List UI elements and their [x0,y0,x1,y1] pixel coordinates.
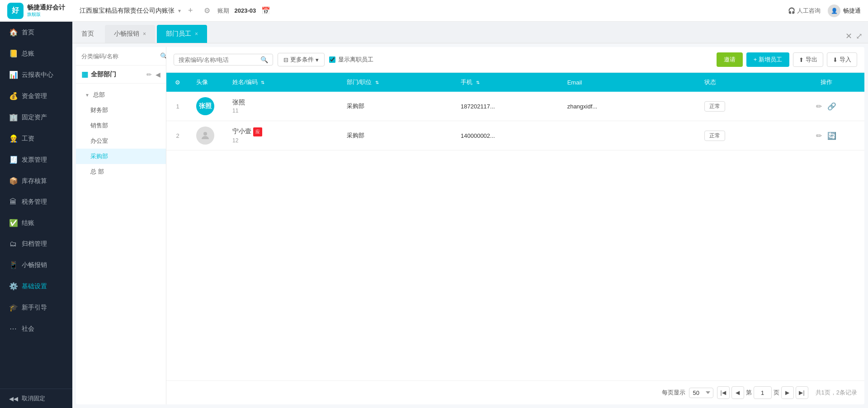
logo-area: 好 畅捷通好会计 旗舰版 [7,3,80,19]
row-name: 宁小壹应12 [225,121,340,150]
sidebar-item-reports[interactable]: 📊 云报表中心 [0,64,72,85]
dept-node-office[interactable]: 办公室 [76,133,166,149]
app-title: 畅捷通好会计 [27,4,65,11]
funds-icon: 💰 [9,92,17,100]
last-page-button[interactable]: ▶| [796,386,808,399]
user-name: 畅捷通 [843,7,861,15]
sidebar-item-home[interactable]: 🏠 首页 [0,22,72,43]
sidebar-item-salary[interactable]: 👷 工资 [0,128,72,149]
status-badge: 正常 [704,101,725,112]
add-company-button[interactable]: + [188,6,193,15]
closing-icon: ✅ [9,219,17,227]
dept-node-purchasing[interactable]: 采购部 [76,149,166,164]
add-employee-button[interactable]: + 新增员工 [746,52,789,67]
employee-search-input[interactable] [179,56,258,63]
company-dropdown-icon[interactable]: ▾ [178,8,181,14]
prev-page-button[interactable]: ◀ [731,386,744,399]
delete-button[interactable]: 🔗 [827,103,836,110]
dept-node-label: 总部 [93,91,105,99]
tab-expense[interactable]: 小畅报销 × [105,25,155,43]
dept-grid-icon: ▦ [81,70,88,79]
company-area: 江西服宝精品有限责任公司内账张 ▾ + ⚙ 账期 2023-03 📅 [80,6,788,15]
sidebar-item-funds[interactable]: 💰 资金管理 [0,85,72,107]
dept-expand-icon: ▼ [85,93,90,98]
sidebar-item-invoice[interactable]: 🧾 发票管理 [0,149,72,170]
table-row: 1张照张照11采购部187202117...zhangxidf...正常✏🔗 [166,92,864,121]
more-filter-button[interactable]: ⊟ 更多条件 ▾ [278,53,325,66]
th-dept[interactable]: 部门/职位 ⇅ [340,73,454,92]
pagination: 每页显示 50 100 200 |◀ ◀ 第 页 ▶ ▶| [166,380,864,404]
dept-node-headquarters[interactable]: ▼ 总部 [76,87,166,103]
sidebar-item-inventory[interactable]: 📦 库存核算 [0,170,72,192]
page-size-select[interactable]: 50 100 200 [689,388,713,398]
dept-edit-icon[interactable]: ✏ [146,71,152,78]
tab-expense-close-icon[interactable]: × [143,31,146,37]
edit-button[interactable]: ✏ [816,103,822,110]
next-page-button[interactable]: ▶ [781,386,794,399]
th-settings[interactable]: ⚙ [166,73,189,92]
employee-search-icon[interactable]: 🔍 [260,56,268,63]
cancel-fixed-button[interactable]: ◀◀ 取消固定 [0,389,72,408]
sidebar-item-expense[interactable]: 📱 小畅报销 [0,254,72,276]
employees-table: ⚙ 头像 姓名/编码 ⇅ 部门/职位 ⇅ 手机 ⇅ Email 状态 操作 [166,73,864,150]
dept-node-general[interactable]: 总 部 [76,164,166,179]
row-index: 1 [166,92,189,121]
settings-icon[interactable]: ⚙ [204,6,210,15]
employee-search-wrap: 🔍 [174,54,273,66]
dept-search-icon[interactable]: 🔍 [160,52,166,60]
dept-header-left: ▦ 全部部门 [81,70,116,79]
export-icon: ⬆ [799,56,804,63]
sidebar-label-salary: 工资 [22,135,34,143]
sidebar-item-archive[interactable]: 🗂 归档管理 [0,234,72,254]
th-status: 状态 [697,73,788,92]
page-label: 页 [774,389,779,397]
invite-button[interactable]: 邀请 [717,52,743,67]
show-resigned-checkbox[interactable] [329,56,335,63]
page-di-label: 第 [746,389,752,397]
import-button[interactable]: ⬇ 导入 [827,52,857,67]
th-avatar: 头像 [189,73,225,92]
dept-search-input[interactable] [81,53,157,60]
calendar-icon[interactable]: 📅 [261,6,270,15]
avatar: 👤 [828,5,840,17]
tab-expense-label: 小畅报销 [114,30,139,38]
dept-collapse-icon[interactable]: ◀ [156,71,160,78]
th-name[interactable]: 姓名/编码 ⇅ [225,73,340,92]
dept-node-sales[interactable]: 销售部 [76,118,166,133]
row-ops: ✏🔄 [788,121,864,150]
export-button[interactable]: ⬆ 导出 [793,52,823,67]
row-ops: ✏🔗 [788,92,864,121]
sidebar-item-assets[interactable]: 🏢 固定资产 [0,107,72,128]
row-email: zhangxidf... [560,92,697,121]
service-label: 人工咨询 [797,7,821,15]
sidebar-item-closing[interactable]: ✅ 结账 [0,212,72,234]
service-button[interactable]: 🎧 人工咨询 [788,7,821,15]
sidebar-item-ledger[interactable]: 📒 总账 [0,43,72,64]
close-tab-icon[interactable]: ✕ [845,31,852,41]
headset-icon: 🎧 [788,7,795,14]
tab-department-label: 部门员工 [166,30,191,38]
svg-point-0 [203,132,207,136]
tab-home[interactable]: 首页 [72,25,103,43]
salary-icon: 👷 [9,134,17,143]
th-phone[interactable]: 手机 ⇅ [453,73,560,92]
content-area: 首页 小畅报销 × 部门员工 × ✕ ⤢ 🔍 [72,22,868,408]
page-size-label: 每页显示 [662,389,685,397]
tab-department-close-icon[interactable]: × [195,31,198,37]
sidebar-label-inventory: 库存核算 [22,177,47,185]
page-input[interactable] [754,386,772,399]
row-phone: 140000002... [453,121,560,150]
sidebar-item-settings[interactable]: ⚙️ 基础设置 [0,276,72,297]
tab-department[interactable]: 部门员工 × [157,25,207,43]
sidebar-item-tax[interactable]: 🏛 税务管理 [0,192,72,212]
edit-button[interactable]: ✏ [816,132,822,140]
expand-tab-icon[interactable]: ⤢ [856,31,863,41]
dept-node-finance[interactable]: 财务部 [76,103,166,118]
expense-icon: 📱 [9,261,17,269]
first-page-button[interactable]: |◀ [717,386,730,399]
delete-button[interactable]: 🔄 [827,132,836,140]
sidebar-item-guide[interactable]: 🎓 新手引导 [0,297,72,318]
user-area[interactable]: 👤 畅捷通 [828,5,861,17]
sidebar-item-more[interactable]: ⋯ 社会 [0,318,72,339]
toolbar-right: 邀请 + 新增员工 ⬆ 导出 ⬇ 导入 [717,52,857,67]
